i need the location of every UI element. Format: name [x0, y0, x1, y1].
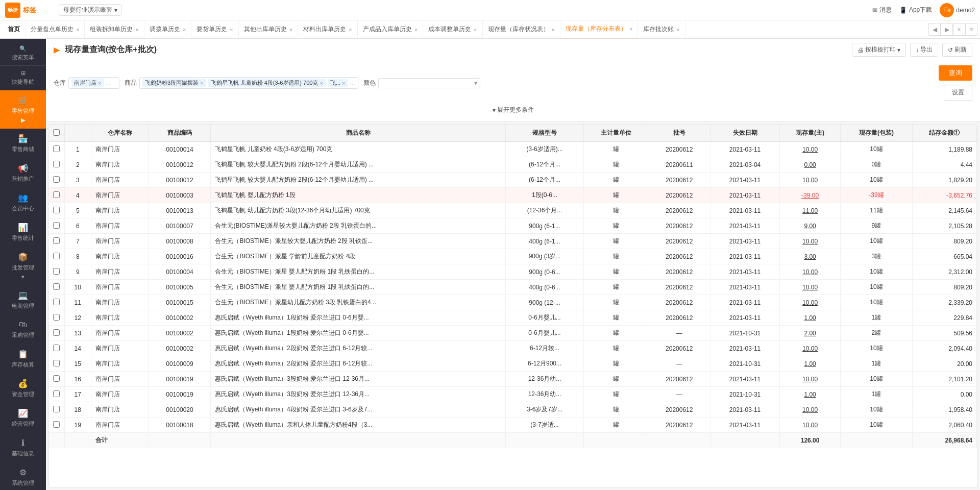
print-button[interactable]: 🖨 按模板打印 ▾: [852, 43, 906, 57]
tab-close-icon[interactable]: ×: [135, 27, 138, 33]
row-qty-main[interactable]: 1.00: [779, 356, 840, 372]
nav-next-button[interactable]: ▶: [941, 23, 953, 36]
tab-diaob[interactable]: 调拨单历史 ×: [144, 20, 191, 39]
tab-close-icon[interactable]: ×: [349, 27, 352, 33]
row-checkbox[interactable]: [53, 299, 60, 305]
tab-close-icon[interactable]: ×: [183, 27, 186, 33]
row-checkbox[interactable]: [53, 345, 60, 351]
row-unit: 罐: [583, 173, 648, 188]
tab-qita[interactable]: 其他出库单历史 ×: [239, 20, 298, 39]
product-tag-remove[interactable]: ×: [342, 80, 345, 86]
row-checkbox[interactable]: [53, 375, 60, 382]
sidebar-item-retail-shop[interactable]: 🏪 零售商城: [0, 129, 46, 158]
sidebar-quick-nav[interactable]: ⊞ 快捷导航: [0, 66, 46, 90]
sidebar-item-marketing[interactable]: 📢 营销推广: [0, 158, 46, 188]
tab-fenpan[interactable]: 分量盘点单历史 ×: [26, 20, 85, 39]
sidebar-item-wholesale[interactable]: 📦 批发管理 ▾: [0, 247, 46, 285]
row-checkbox[interactable]: [53, 222, 60, 229]
row-qty-main[interactable]: 10.00: [779, 280, 840, 295]
row-checkbox[interactable]: [53, 237, 60, 244]
row-checkbox[interactable]: [53, 176, 60, 183]
color-tag-container[interactable]: ▾: [378, 78, 480, 88]
row-checkbox[interactable]: [53, 314, 60, 321]
row-checkbox[interactable]: [53, 406, 60, 412]
tab-home[interactable]: 首页: [3, 20, 26, 39]
tab-close-icon[interactable]: ×: [289, 27, 292, 33]
row-qty-main[interactable]: 0.00: [779, 157, 840, 173]
nav-prev-button[interactable]: ◀: [928, 23, 941, 36]
select-all-checkbox[interactable]: [53, 129, 60, 136]
sidebar-item-finance[interactable]: 💰 资金管理: [0, 374, 46, 403]
row-qty-main[interactable]: 10.00: [779, 372, 840, 387]
sidebar-item-member[interactable]: 👥 会员中心: [0, 188, 46, 217]
row-checkbox[interactable]: [53, 253, 60, 259]
tab-close-icon[interactable]: ×: [414, 27, 418, 33]
nav-close-button[interactable]: ×: [953, 23, 965, 36]
row-qty-main[interactable]: 3.00: [779, 249, 840, 264]
tab-close-icon[interactable]: ×: [230, 27, 233, 33]
export-button[interactable]: ↓ 导出: [910, 43, 938, 57]
row-qty-main[interactable]: 9.00: [779, 218, 840, 234]
row-checkbox[interactable]: [53, 390, 60, 397]
sidebar-item-ecommerce[interactable]: 💻 电商管理: [0, 285, 46, 315]
row-qty-main[interactable]: 11.00: [779, 203, 840, 218]
tab-close-icon[interactable]: ×: [76, 27, 79, 33]
row-qty-main[interactable]: 10.00: [779, 234, 840, 249]
row-checkbox[interactable]: [53, 329, 60, 336]
tab-close-icon[interactable]: ×: [552, 27, 555, 33]
user-menu[interactable]: Ea demo2: [940, 3, 975, 17]
row-checkbox[interactable]: [53, 207, 60, 213]
expand-filter-button[interactable]: ▾ 展开更多条件: [493, 106, 534, 114]
row-checkbox[interactable]: [53, 283, 60, 290]
tab-kucun[interactable]: 库存批次账 ×: [638, 20, 685, 39]
tab-xiancun2[interactable]: 现存量（库存分布表） ×: [560, 20, 638, 39]
tab-chancheng[interactable]: 产成品入库单历史 ×: [358, 20, 423, 39]
row-qty-main[interactable]: 10.00: [779, 264, 840, 280]
expand-sidebar-button[interactable]: ▶: [54, 45, 60, 55]
query-button[interactable]: 查询: [939, 65, 972, 81]
row-qty-main[interactable]: 10.00: [779, 173, 840, 188]
row-qty-main[interactable]: 10.00: [779, 295, 840, 310]
row-qty-main[interactable]: -39.00: [779, 188, 840, 203]
row-checkbox[interactable]: [53, 145, 60, 152]
row-qty-main[interactable]: 2.00: [779, 326, 840, 341]
product-tag-remove[interactable]: ×: [320, 80, 323, 86]
row-qty-main[interactable]: 10.00: [779, 402, 840, 418]
sidebar-item-inventory[interactable]: 📋 库存核算: [0, 344, 46, 374]
tab-cailiao[interactable]: 材料出库单历史 ×: [298, 20, 357, 39]
row-qty-main[interactable]: 1.00: [779, 310, 840, 326]
product-tag-remove[interactable]: ×: [200, 80, 203, 86]
tab-zuzhuang[interactable]: 组装拆卸单历史 ×: [85, 20, 144, 39]
tab-chengben[interactable]: 成本调整单历史 ×: [423, 20, 482, 39]
row-checkbox[interactable]: [53, 161, 60, 167]
tab-close-icon[interactable]: ×: [629, 26, 632, 32]
sidebar-item-system[interactable]: ⚙ 系统管理: [0, 462, 46, 490]
warehouse-tag-container[interactable]: 南岸门店 × ...: [68, 77, 119, 89]
product-tags-container[interactable]: 飞鹤奶粉3段丙罐摆装 × 飞鹤星飞帆 儿童奶粉 4段(3-6岁适用) 700克 …: [139, 77, 358, 89]
refresh-button[interactable]: ↺ 刷新: [942, 43, 972, 57]
org-selector[interactable]: 母婴行业演示账套 ▾: [59, 4, 122, 16]
row-checkbox[interactable]: [53, 268, 60, 275]
row-checkbox[interactable]: [53, 191, 60, 198]
sidebar-item-retail-stat[interactable]: 📊 零售统计: [0, 217, 46, 247]
tab-close-icon[interactable]: ×: [474, 27, 477, 33]
sidebar-search[interactable]: 🔍 搜索英单: [0, 41, 46, 66]
tab-xiancun1[interactable]: 现存量（库存状况表） ×: [483, 20, 560, 39]
row-qty-main[interactable]: 10.00: [779, 418, 840, 433]
message-button[interactable]: ✉ 消息: [872, 6, 892, 14]
sidebar-item-operations[interactable]: 📈 经营管理: [0, 403, 46, 433]
row-qty-main[interactable]: 10.00: [779, 341, 840, 356]
sidebar-item-purchase[interactable]: 🛍 采购管理: [0, 315, 46, 344]
tab-close-icon[interactable]: ×: [676, 27, 679, 33]
row-qty-main[interactable]: 10.00: [779, 142, 840, 157]
warehouse-tag-remove[interactable]: ×: [98, 80, 101, 86]
row-checkbox[interactable]: [53, 421, 60, 428]
sidebar-item-retail[interactable]: 🛒 零售管理 ▶: [0, 90, 46, 129]
tab-yaohuo[interactable]: 要货单历史 ×: [191, 20, 238, 39]
row-qty-main[interactable]: 1.00: [779, 387, 840, 402]
row-checkbox[interactable]: [53, 360, 60, 366]
sidebar-item-basic[interactable]: ℹ 基础信息: [0, 433, 46, 462]
setting-button[interactable]: 设置: [944, 85, 972, 101]
nav-more-button[interactable]: ≡: [965, 23, 977, 36]
app-download-button[interactable]: 📱 App下载: [899, 6, 932, 14]
